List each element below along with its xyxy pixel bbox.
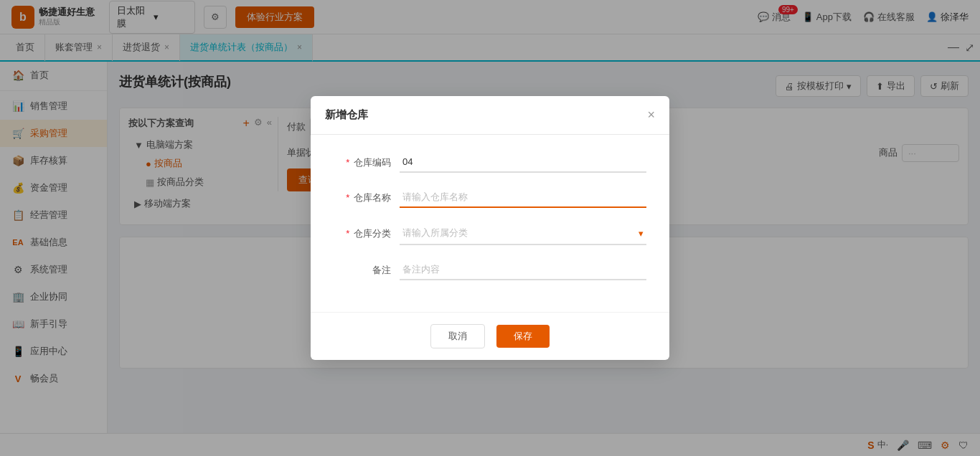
name-label: * 仓库名称 [334, 191, 391, 204]
modal-title: 新增仓库 [325, 108, 368, 122]
cancel-button[interactable]: 取消 [430, 324, 485, 348]
code-input[interactable] [400, 152, 646, 173]
modal-new-warehouse: 新增仓库 × * 仓库编码 * 仓库名称 [311, 96, 669, 360]
note-label: 备注 [334, 264, 391, 277]
name-input[interactable] [400, 187, 646, 208]
form-row-code: * 仓库编码 [334, 152, 646, 173]
modal-overlay[interactable]: 新增仓库 × * 仓库编码 * 仓库名称 [0, 0, 980, 456]
form-row-category: * 仓库分类 请输入所属分类 ▾ [334, 222, 646, 245]
note-input[interactable] [400, 260, 646, 280]
category-select[interactable]: 请输入所属分类 ▾ [400, 222, 646, 245]
modal-close-button[interactable]: × [647, 108, 655, 123]
modal-body: * 仓库编码 * 仓库名称 * 仓库分类 请输入 [311, 135, 669, 312]
category-label: * 仓库分类 [334, 227, 391, 240]
form-row-name: * 仓库名称 [334, 187, 646, 208]
modal-footer: 取消 保存 [311, 312, 669, 360]
code-label: * 仓库编码 [334, 156, 391, 169]
save-button[interactable]: 保存 [496, 325, 550, 348]
modal-header: 新增仓库 × [311, 96, 669, 135]
form-row-note: 备注 [334, 260, 646, 280]
category-dropdown-icon: ▾ [639, 228, 644, 239]
